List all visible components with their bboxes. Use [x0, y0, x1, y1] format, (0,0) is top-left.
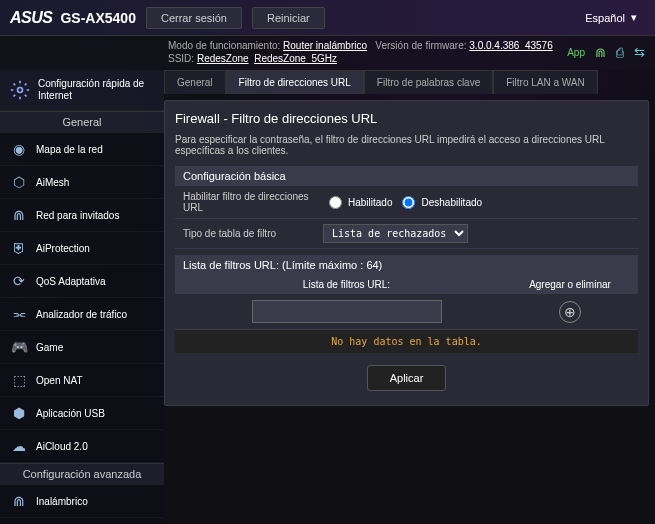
reboot-button[interactable]: Reiniciar	[252, 7, 325, 29]
top-bar: ASUS GS-AX5400 Cerrar sesión Reiniciar E…	[0, 0, 655, 36]
chevron-down-icon: ▾	[631, 11, 637, 24]
sidebar-item-label: QoS Adaptativa	[36, 276, 106, 287]
sidebar-item-mapa-de-la-red[interactable]: ◉Mapa de la red	[0, 133, 164, 166]
table-type-select[interactable]: Lista de rechazados	[323, 224, 468, 243]
sidebar-item-label: Open NAT	[36, 375, 83, 386]
add-button[interactable]: ⊕	[559, 301, 581, 323]
brand-logo: ASUS	[10, 9, 52, 27]
enable-filter-label: Habilitar filtro de direcciones URL	[183, 191, 323, 213]
col-action: Agregar o eliminar	[510, 279, 630, 290]
empty-message: No hay datos en la tabla.	[175, 330, 638, 353]
apply-button[interactable]: Aplicar	[367, 365, 447, 391]
svg-point-0	[18, 88, 23, 93]
section-url-list: Lista de filtros URL: (Límite máximo : 6…	[175, 255, 638, 275]
enabled-label: Habilitado	[348, 197, 392, 208]
ssid1-link[interactable]: RedesZone	[197, 53, 249, 64]
ssid2-link[interactable]: RedesZone_5GHz	[254, 53, 337, 64]
quick-setup-label: Configuración rápida de Internet	[38, 78, 154, 102]
sidebar-item-aplicación-usb[interactable]: ⬢Aplicación USB	[0, 397, 164, 430]
tab-filtro-lan-a-wan[interactable]: Filtro LAN a WAN	[493, 70, 598, 94]
sidebar-header-general: General	[0, 111, 164, 133]
usb-icon[interactable]: ⎙	[616, 45, 624, 60]
mode-link[interactable]: Router inalámbrico	[283, 40, 367, 51]
menu-icon: 🎮	[10, 338, 28, 356]
tab-bar: GeneralFiltro de direcciones URLFiltro d…	[164, 70, 649, 94]
sidebar-item-label: Aplicación USB	[36, 408, 105, 419]
list-header: Lista de filtros URL: Agregar o eliminar	[175, 275, 638, 294]
menu-icon: ⫘	[10, 305, 28, 323]
fw-link[interactable]: 3.0.0.4.386_43576	[469, 40, 552, 51]
menu-icon: ⬡	[10, 173, 28, 191]
sidebar-item-label: AiMesh	[36, 177, 69, 188]
panel-description: Para especificar la contraseña, el filtr…	[175, 134, 638, 156]
mode-label: Modo de funcionamiento:	[168, 40, 280, 51]
language-label: Español	[585, 12, 625, 24]
tab-filtro-de-palabras-clave[interactable]: Filtro de palabras clave	[364, 70, 493, 94]
sidebar-item-qos-adaptativa[interactable]: ⟳QoS Adaptativa	[0, 265, 164, 298]
menu-icon: ⬚	[10, 371, 28, 389]
panel-title: Firewall - Filtro de direcciones URL	[175, 111, 638, 126]
table-type-label: Tipo de tabla de filtro	[183, 228, 323, 239]
sidebar-item-lan[interactable]: ⊞LAN	[0, 518, 164, 524]
quick-setup-button[interactable]: Configuración rápida de Internet	[0, 70, 164, 111]
disabled-label: Deshabilitado	[421, 197, 482, 208]
list-input-row: ⊕	[175, 294, 638, 330]
sidebar-item-label: AiCloud 2.0	[36, 441, 88, 452]
sidebar-item-game[interactable]: 🎮Game	[0, 331, 164, 364]
sidebar-item-label: Mapa de la red	[36, 144, 103, 155]
firewall-panel: Firewall - Filtro de direcciones URL Par…	[164, 100, 649, 406]
sidebar-item-analizador-de-tráfico[interactable]: ⫘Analizador de tráfico	[0, 298, 164, 331]
menu-icon: ⋒	[10, 206, 28, 224]
sidebar: Configuración rápida de Internet General…	[0, 70, 164, 524]
sidebar-item-red-para-invitados[interactable]: ⋒Red para invitados	[0, 199, 164, 232]
url-input[interactable]	[252, 300, 442, 323]
menu-icon: ⛨	[10, 239, 28, 257]
sidebar-item-inalámbrico[interactable]: ⋒Inalámbrico	[0, 485, 164, 518]
client-icon[interactable]: ⇆	[634, 45, 645, 60]
ssid-label: SSID:	[168, 53, 194, 64]
content-area: GeneralFiltro de direcciones URLFiltro d…	[164, 70, 655, 524]
sidebar-item-label: AiProtection	[36, 243, 90, 254]
menu-icon: ⬢	[10, 404, 28, 422]
sidebar-item-open-nat[interactable]: ⬚Open NAT	[0, 364, 164, 397]
menu-icon: ⋒	[10, 492, 28, 510]
sidebar-item-aiprotection[interactable]: ⛨AiProtection	[0, 232, 164, 265]
app-link[interactable]: App	[567, 47, 585, 58]
plus-icon: ⊕	[564, 304, 576, 320]
model-name: GS-AX5400	[60, 10, 135, 26]
tab-general[interactable]: General	[164, 70, 226, 94]
disabled-radio[interactable]	[402, 196, 415, 209]
menu-icon: ☁	[10, 437, 28, 455]
logout-button[interactable]: Cerrar sesión	[146, 7, 242, 29]
fw-label: Versión de firmware:	[375, 40, 466, 51]
col-url: Lista de filtros URL:	[183, 279, 510, 290]
sidebar-item-aicloud-2.0[interactable]: ☁AiCloud 2.0	[0, 430, 164, 463]
menu-icon: ⟳	[10, 272, 28, 290]
sidebar-header-advanced: Configuración avanzada	[0, 463, 164, 485]
sidebar-item-label: Analizador de tráfico	[36, 309, 127, 320]
status-icons: App ⋒ ⎙ ⇆	[567, 40, 645, 64]
menu-icon: ◉	[10, 140, 28, 158]
sidebar-item-label: Inalámbrico	[36, 496, 88, 507]
table-type-row: Tipo de tabla de filtro Lista de rechaza…	[175, 219, 638, 249]
gear-icon	[10, 80, 30, 100]
enable-filter-row: Habilitar filtro de direcciones URL Habi…	[175, 186, 638, 219]
enabled-radio[interactable]	[329, 196, 342, 209]
section-basic: Configuración básica	[175, 166, 638, 186]
wifi-icon[interactable]: ⋒	[595, 45, 606, 60]
language-selector[interactable]: Español ▾	[577, 7, 645, 28]
info-bar: Modo de funcionamiento: Router inalámbri…	[0, 36, 655, 70]
sidebar-item-label: Red para invitados	[36, 210, 119, 221]
sidebar-item-aimesh[interactable]: ⬡AiMesh	[0, 166, 164, 199]
sidebar-item-label: Game	[36, 342, 63, 353]
tab-filtro-de-direcciones-url[interactable]: Filtro de direcciones URL	[226, 70, 364, 94]
